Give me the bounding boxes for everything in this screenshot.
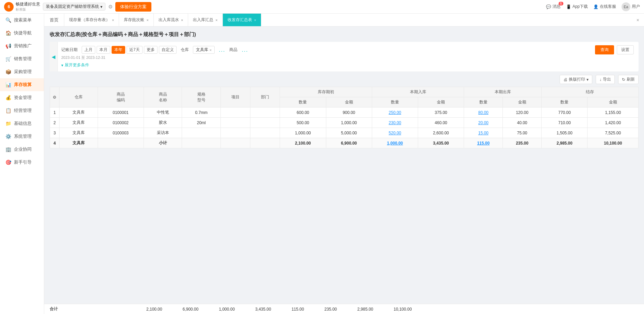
warehouse-more-dots[interactable]: ... (219, 47, 225, 53)
user-label: 用户 (632, 4, 640, 10)
page-title: 收发存汇总表(按仓库＋商品编码＋商品＋规格型号＋项目＋部门) (50, 31, 639, 38)
global-close-btn[interactable]: × (632, 17, 644, 23)
row-closing-qty: 2,985.00 (542, 138, 588, 148)
tab-stock-dist-close[interactable]: × (112, 18, 114, 22)
chevron-down-icon: ▾ (100, 4, 102, 9)
row-opening-qty: 2,100.00 (280, 138, 326, 148)
sidebar-label-beginner: 新手引导 (14, 159, 32, 165)
top-bar: 6 畅捷通好生意 标准版 装备及固定资产辅助管理系统 ▾ ⚙ 体验行业方案 💬 … (0, 0, 644, 14)
date-btn-custom[interactable]: 自定义 (159, 46, 177, 54)
th-settings[interactable]: ⚙ (50, 87, 60, 108)
sidebar-item-beginner[interactable]: 🎯 新手引导 (0, 156, 44, 169)
sidebar-item-system[interactable]: ⚙️ 系统管理 (0, 130, 44, 143)
trial-button[interactable]: 体验行业方案 (115, 2, 151, 12)
date-btn-more[interactable]: 更多 (144, 46, 158, 54)
th-in-qty: 数量 (372, 97, 418, 108)
service-icon: 👤 (593, 4, 598, 9)
row-in-qty-link[interactable]: 250.00 (389, 110, 401, 115)
row-dept (250, 108, 280, 118)
row-in-qty-link[interactable]: 1,000.00 (387, 141, 403, 146)
row-no: 1 (50, 108, 60, 118)
sidebar-item-quick-nav[interactable]: 🏠 快捷导航 (0, 27, 44, 39)
date-btn-7days[interactable]: 近7天 (127, 46, 143, 54)
system-icon: ⚙️ (5, 134, 11, 139)
top-bar-left: 6 畅捷通好生意 标准版 装备及固定资产辅助管理系统 ▾ ⚙ 体验行业方案 (4, 2, 151, 12)
user-item[interactable]: Ea 用户 (622, 2, 640, 11)
sidebar-item-enterprise[interactable]: 🏢 企业协同 (0, 143, 44, 156)
tab-in-out-sum-label: 出入库汇总 (193, 17, 213, 23)
row-opening-amt: 5,000.00 (326, 128, 372, 138)
sidebar-item-sales[interactable]: 🛒 销售管理 (0, 52, 44, 65)
sidebar-label-enterprise: 企业协同 (14, 146, 32, 152)
query-button[interactable]: 查询 (595, 45, 614, 54)
row-goods-spec: 20ml (182, 118, 221, 128)
th-closing-qty: 数量 (542, 97, 588, 108)
message-item[interactable]: 💬 消息 6 (546, 4, 561, 10)
tab-recv-send-sum-label: 收发存汇总表 (228, 17, 252, 23)
th-warehouse: 仓库 (60, 87, 98, 108)
row-out-qty[interactable]: 20.00 (464, 118, 503, 128)
row-in-qty-link[interactable]: 520.00 (389, 131, 401, 135)
row-in-qty[interactable]: 520.00 (372, 128, 418, 138)
date-btn-last-month[interactable]: 上月 (82, 46, 95, 54)
date-btn-this-year[interactable]: 本年 (112, 46, 125, 54)
row-out-qty-link[interactable]: 80.00 (478, 110, 489, 115)
settings-button[interactable]: 设置 (617, 45, 634, 54)
settings-icon[interactable]: ⚙ (108, 4, 113, 10)
system-select[interactable]: 装备及固定资产辅助管理系统 ▾ (43, 3, 105, 11)
filter-collapse-btn[interactable]: ◀ (50, 42, 58, 71)
tab-recv-send-sum-close[interactable]: × (254, 18, 256, 22)
export-button[interactable]: ↓ 导出 (596, 75, 615, 84)
row-out-qty-link[interactable]: 20.00 (478, 120, 489, 125)
message-badge: 6 (559, 2, 563, 5)
tab-recv-send-sum[interactable]: 收发存汇总表 × (223, 14, 261, 26)
tab-stock-dist[interactable]: 现存量（库存分布表） × (64, 14, 119, 26)
row-out-qty[interactable]: 15.00 (464, 128, 503, 138)
sidebar-item-base-info[interactable]: 📁 基础信息 (0, 117, 44, 130)
tab-in-out-flow-close[interactable]: × (181, 18, 183, 22)
row-out-qty[interactable]: 115.00 (464, 138, 503, 148)
sidebar-label-base-info: 基础信息 (14, 120, 32, 127)
tab-bar: 首页 现存量（库存分布表） × 库存批次账 × 出入库流水 × 出入库汇总 × … (44, 14, 644, 27)
sidebar-item-finance[interactable]: 💰 资金管理 (0, 91, 44, 104)
row-out-qty-link[interactable]: 115.00 (477, 141, 490, 146)
online-service-item[interactable]: 👤 在线客服 (593, 4, 616, 10)
print-chevron-icon: ▾ (587, 77, 589, 82)
logo-icon: 6 (4, 2, 14, 12)
sidebar-item-operation[interactable]: 📋 经营管理 (0, 104, 44, 117)
row-in-qty[interactable]: 1,000.00 (372, 138, 418, 148)
footer-closing-amt: 10,100.00 (394, 307, 412, 312)
tab-in-out-sum-close[interactable]: × (215, 18, 217, 22)
sidebar-label-system: 系统管理 (14, 133, 32, 139)
app-download-item[interactable]: 📱 App下载 (566, 4, 588, 10)
sidebar-item-purchase[interactable]: 📦 采购管理 (0, 65, 44, 78)
row-in-qty[interactable]: 250.00 (372, 108, 418, 118)
user-avatar: Ea (622, 2, 630, 11)
operation-icon: 📋 (5, 108, 11, 113)
tab-batch-acc-close[interactable]: × (146, 18, 148, 22)
sidebar-item-search[interactable]: 🔍 搜索菜单 (0, 14, 44, 27)
tab-home[interactable]: 首页 (44, 14, 64, 26)
row-opening-qty: 600.00 (280, 108, 326, 118)
refresh-button[interactable]: ↻ 刷新 (618, 75, 639, 84)
row-in-qty-link[interactable]: 230.00 (389, 120, 401, 125)
tab-in-out-flow[interactable]: 出入库流水 × (154, 14, 188, 26)
goods-more-dots[interactable]: ... (242, 47, 248, 53)
expand-more-conditions[interactable]: ▾ 展开更多条件 (61, 62, 634, 68)
row-out-qty-link[interactable]: 15.00 (478, 131, 489, 135)
row-closing-amt: 1,420.00 (588, 118, 639, 128)
th-goods-spec: 规格型号 (182, 87, 221, 108)
print-button[interactable]: 🖨 换版打印 ▾ (560, 75, 592, 84)
row-in-qty[interactable]: 230.00 (372, 118, 418, 128)
tab-in-out-sum[interactable]: 出入库汇总 × (188, 14, 222, 26)
expand-label: 展开更多条件 (65, 62, 89, 68)
sidebar-item-marketing[interactable]: 📢 营销推广 (0, 39, 44, 52)
row-goods-spec: 0.7mm (182, 108, 221, 118)
tab-batch-acc[interactable]: 库存批次账 × (119, 14, 153, 26)
th-dept: 部门 (250, 87, 280, 108)
date-btn-this-month[interactable]: 本月 (97, 46, 110, 54)
sidebar-item-inventory[interactable]: 📊 库存核算 (0, 78, 44, 91)
row-project (221, 108, 250, 118)
row-out-qty[interactable]: 80.00 (464, 108, 503, 118)
warehouse-tag-close[interactable]: × (210, 48, 212, 52)
